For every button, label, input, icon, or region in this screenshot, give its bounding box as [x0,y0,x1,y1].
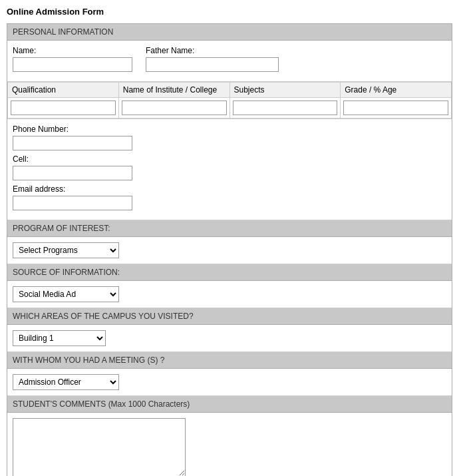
father-name-label: Father Name: [146,46,279,55]
admission-form: PERSONAL INFORMATION Name: Father Name: … [7,23,452,476]
program-body: Select Programs BS Computer Science BS I… [7,237,452,264]
page-wrapper: Online Admission Form PERSONAL INFORMATI… [7,7,465,476]
meeting-select[interactable]: Admission Officer Director Dean Faculty … [13,374,119,390]
meeting-header: WITH WHOM YOU HAD A MEETING (S) ? [7,352,452,369]
father-name-input[interactable] [146,57,279,72]
comments-body [7,413,452,476]
name-group: Name: [13,46,132,72]
campus-dropdown-row: Building 1 Building 2 Library Labs Cafet… [13,330,446,346]
table-row [8,98,452,119]
phone-label: Phone Number: [13,124,446,134]
meeting-dropdown-row: Admission Officer Director Dean Faculty … [13,374,446,390]
qualification-section: Qualification Name of Institute / Colleg… [7,82,452,119]
comments-header: STUDENT'S COMMENTS (Max 1000 Characters) [7,396,452,413]
program-select[interactable]: Select Programs BS Computer Science BS I… [13,242,119,258]
comments-textarea[interactable] [13,418,186,476]
name-row: Name: Father Name: [13,46,446,72]
qualification-table: Qualification Name of Institute / Colleg… [7,82,452,119]
source-header: SOURCE OF INFORMATION: [7,264,452,281]
cell-input[interactable] [13,166,132,180]
program-header: PROGRAM OF INTEREST: [7,220,452,237]
col-qualification: Qualification [8,83,119,98]
source-select[interactable]: Social Media Ad Newspaper Friend Website… [13,286,119,302]
cell-label: Cell: [13,154,446,164]
campus-header: WHICH AREAS OF THE CAMPUS YOU VISITED? [7,308,452,325]
email-label: Email address: [13,184,446,194]
col-grade: Grade / % Age [341,83,452,98]
program-dropdown-row: Select Programs BS Computer Science BS I… [13,242,446,258]
name-label: Name: [13,46,132,55]
email-input[interactable] [13,196,132,210]
page-title: Online Admission Form [7,7,465,17]
source-body: Social Media Ad Newspaper Friend Website… [7,281,452,308]
personal-info-body: Name: Father Name: [7,41,452,82]
campus-select[interactable]: Building 1 Building 2 Library Labs Cafet… [13,330,106,346]
personal-info-header: PERSONAL INFORMATION [7,24,452,41]
subjects-input[interactable] [233,101,338,115]
grade-input[interactable] [343,101,448,115]
col-subjects: Subjects [230,83,341,98]
meeting-body: Admission Officer Director Dean Faculty … [7,369,452,396]
col-institute: Name of Institute / College [118,83,230,98]
name-input[interactable] [13,57,132,72]
father-name-group: Father Name: [146,46,279,72]
institute-input[interactable] [122,101,227,115]
contact-section: Phone Number: Cell: Email address: [7,119,452,220]
campus-body: Building 1 Building 2 Library Labs Cafet… [7,325,452,352]
phone-input[interactable] [13,136,132,150]
qualification-input[interactable] [11,101,116,115]
source-dropdown-row: Social Media Ad Newspaper Friend Website… [13,286,446,302]
